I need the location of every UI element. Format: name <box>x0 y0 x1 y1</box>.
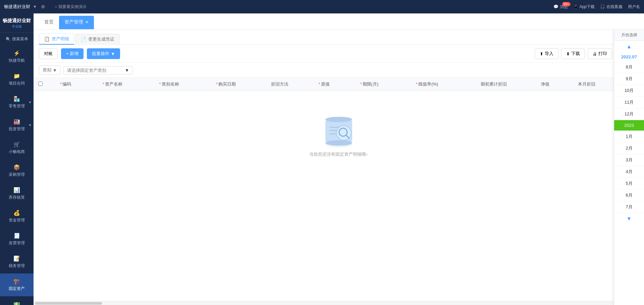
settings-icon[interactable]: ⚙ <box>41 4 45 9</box>
company-dropdown-arrow[interactable]: ▼ <box>33 4 37 9</box>
month-item-nov[interactable]: 11月 <box>614 97 644 108</box>
col-original-value: *原值 <box>306 78 342 91</box>
col-name: *资产名称 <box>84 78 141 91</box>
col-accumulated: 期初累计折旧 <box>458 78 529 91</box>
app-download-btn[interactable]: 📱 App下载 <box>573 4 595 10</box>
sidebar-item-quick-nav[interactable]: ⚡ 快捷导航 <box>0 45 34 68</box>
scroll-thumb[interactable] <box>35 302 102 305</box>
select-all-checkbox[interactable] <box>38 82 43 86</box>
print-icon: 🖨 <box>593 51 597 56</box>
chevron-down-icon-2: ▼ <box>29 123 32 127</box>
col-code: *编码 <box>47 78 84 91</box>
page-content: 📋 资产明细 📄 变更生成凭证 对账 + 新增 <box>34 30 644 305</box>
month-item-feb[interactable]: 2月 <box>614 143 644 154</box>
message-icon: 💬 <box>553 4 558 9</box>
table-body: 当前您还没有固定资产明细哦~ <box>34 91 644 178</box>
month-item-dec[interactable]: 12月 <box>614 108 644 120</box>
add-button[interactable]: + 新增 <box>61 48 84 59</box>
sidebar-item-salary[interactable]: 💵 工资 <box>0 296 34 305</box>
print-button[interactable]: 🖨 打印 <box>588 48 612 59</box>
import-icon: ⬆ <box>540 51 543 56</box>
company-name[interactable]: 畅捷通好业财 <box>4 4 30 10</box>
demo-link[interactable]: ○ 我要看实例演示 <box>55 4 87 10</box>
filter-arrow-icon: ▼ <box>53 68 57 73</box>
col-select-all[interactable] <box>34 78 47 91</box>
month-nav-bottom: ▼ <box>614 213 644 224</box>
month-up-btn[interactable]: ▲ <box>624 42 635 51</box>
table-wrap: *编码 *资产名称 *类别名称 *购买日期 折旧方法 *原值 *期限(月) *残… <box>34 78 644 301</box>
sub-tab-voucher[interactable]: 📄 变更生成凭证 <box>75 34 119 44</box>
app-edition: 专业版 <box>12 24 22 29</box>
chevron-down-icon: ▼ <box>29 101 32 104</box>
col-residual-rate: *残值率(%) <box>396 78 458 91</box>
message-btn[interactable]: 💬 消息 99+ <box>553 4 568 10</box>
batch-arrow-icon: ▼ <box>111 51 115 56</box>
ecommerce-icon: 🛒 <box>13 141 20 148</box>
sidebar-item-fixed-assets[interactable]: 🏗️ 固定资产 <box>0 273 34 296</box>
sidebar-item-ecommerce[interactable]: 🛒 小畅电商 <box>0 137 34 159</box>
sidebar-item-wholesale[interactable]: 🏭 批发管理 ▼ <box>0 114 34 137</box>
sidebar-item-project[interactable]: 📁 项目合同 <box>0 68 34 91</box>
month-item-jan[interactable]: 1月 <box>614 131 644 143</box>
message-badge: 99+ <box>562 2 571 6</box>
content-area: 首页 资产管理 ✕ 📋 资产明细 📄 变更生成凭证 <box>34 13 644 305</box>
tab-home[interactable]: 首页 <box>39 16 59 29</box>
download-button[interactable]: ⬇ 下载 <box>561 48 585 59</box>
import-button[interactable]: ⬆ 导入 <box>535 48 558 59</box>
fixed-assets-icon: 🏗️ <box>13 278 20 285</box>
sidebar-item-invoice[interactable]: 🧾 发票管理 <box>0 228 34 251</box>
toolbar: 对账 + 新增 批量操作 ▼ ⬆ 导入 <box>34 45 644 63</box>
month-down-btn[interactable]: ▼ <box>624 214 635 223</box>
empty-illustration <box>317 111 361 151</box>
month-item-oct[interactable]: 10月 <box>614 85 644 97</box>
sidebar-search[interactable]: 🔍 搜索菜单 <box>0 33 34 45</box>
filter-row: 类别 ▼ ▼ <box>34 63 644 78</box>
month-item-jun[interactable]: 6月 <box>614 190 644 201</box>
top-bar-left: 畅捷通好业财 ▼ ⚙ ○ 我要看实例演示 <box>4 4 553 10</box>
tab-close-icon[interactable]: ✕ <box>85 20 89 24</box>
app-name: 畅捷通好业财 <box>3 17 31 23</box>
sidebar-item-funds[interactable]: 💰 资金管理 <box>0 205 34 228</box>
quick-nav-icon: ⚡ <box>13 50 20 56</box>
month-item-aug[interactable]: 8月 <box>614 61 644 73</box>
reconcile-button[interactable]: 对账 <box>39 48 58 59</box>
sidebar-item-purchase[interactable]: 📦 采购管理 <box>0 159 34 182</box>
top-bar: 畅捷通好业财 ▼ ⚙ ○ 我要看实例演示 💬 消息 99+ 📱 App下载 🎧 … <box>0 0 644 13</box>
category-filter-select[interactable]: 类别 ▼ <box>39 65 61 75</box>
detail-tab-icon: 📋 <box>44 36 50 42</box>
category-input[interactable] <box>67 68 123 73</box>
batch-button[interactable]: 批量操作 ▼ <box>87 48 120 59</box>
horizontal-scrollbar[interactable] <box>34 301 644 305</box>
wholesale-icon: 🏭 <box>13 118 20 125</box>
search-icon: 🔍 <box>6 37 11 42</box>
tab-bar: 首页 资产管理 ✕ <box>34 13 644 30</box>
category-input-wrap[interactable]: ▼ <box>63 66 133 74</box>
user-name[interactable]: 用户名 <box>628 4 640 10</box>
month-item-jul[interactable]: 7月 <box>614 201 644 213</box>
project-icon: 📁 <box>13 73 20 79</box>
empty-message: 当前您还没有固定资产明细哦~ <box>309 151 369 157</box>
month-item-may[interactable]: 5月 <box>614 178 644 190</box>
sidebar-logo: 畅捷通好业财 专业版 <box>0 13 34 33</box>
table-header: *编码 *资产名称 *类别名称 *购买日期 折旧方法 *原值 *期限(月) *残… <box>34 78 644 91</box>
month-year-2022[interactable]: 2022.07 <box>614 52 644 61</box>
sub-tab-detail[interactable]: 📋 资产明细 <box>39 34 74 45</box>
retail-icon: 🏪 <box>13 96 20 102</box>
col-category: *类别名称 <box>141 78 198 91</box>
month-year-badge[interactable]: 2023 <box>614 120 644 131</box>
tab-assets[interactable]: 资产管理 ✕ <box>59 16 94 29</box>
sidebar-item-tax[interactable]: 📝 税务管理 <box>0 251 34 273</box>
voucher-tab-icon: 📄 <box>80 37 86 42</box>
tax-icon: 📝 <box>13 255 20 262</box>
empty-state: 当前您还没有固定资产明细哦~ <box>34 91 644 177</box>
month-item-mar[interactable]: 3月 <box>614 154 644 166</box>
sidebar: 畅捷通好业财 专业版 🔍 搜索菜单 ⚡ 快捷导航 📁 项目合同 🏪 零售管理 ▼… <box>0 13 34 305</box>
sidebar-item-retail[interactable]: 🏪 零售管理 ▼ <box>0 91 34 114</box>
month-item-sep[interactable]: 9月 <box>614 73 644 85</box>
top-bar-right: 💬 消息 99+ 📱 App下载 🎧 在线客服 用户名 <box>553 4 640 10</box>
online-service-btn[interactable]: 🎧 在线客服 <box>600 4 623 10</box>
sidebar-item-inventory[interactable]: 📊 库存核算 <box>0 182 34 205</box>
col-net-value: 净值 <box>529 78 561 91</box>
month-item-apr[interactable]: 4月 <box>614 166 644 178</box>
month-panel-header: 月份选择 <box>614 30 644 41</box>
